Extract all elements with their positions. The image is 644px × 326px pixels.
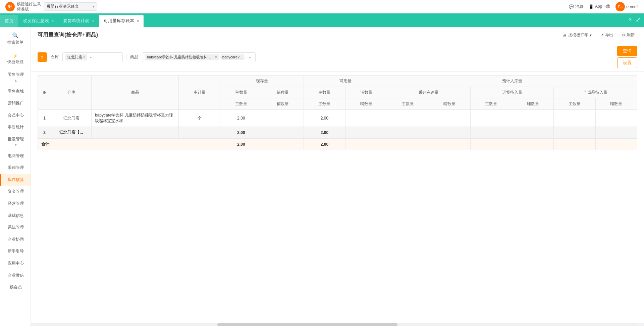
footer-label: 合计: [38, 138, 220, 150]
remove-product-tag-1[interactable]: ×: [215, 55, 217, 59]
tab-order-stats[interactable]: 要货单统计表 ×: [58, 15, 99, 27]
warehouse-label: 仓库: [50, 54, 59, 60]
avail-aux-sub: 辅数量: [345, 98, 387, 110]
top-bar-left: 好 畅捷通好生意 标准版 母婴行业演示账套 ▾: [5, 2, 97, 11]
sidebar-item-basic-info[interactable]: 基础信息: [0, 210, 31, 222]
sidebar-item-system[interactable]: 系统管理: [0, 222, 31, 234]
close-all-tabs-button[interactable]: ×: [628, 16, 632, 23]
footer-purchase-main: [387, 138, 429, 150]
query-button[interactable]: 查询: [617, 46, 637, 56]
print-icon: 🖨: [563, 33, 567, 38]
table-row: 2 江北门店【... 2.00 2.00: [38, 127, 637, 139]
tab-home[interactable]: 首页: [0, 15, 18, 27]
row-stock-main: 2.00: [220, 110, 262, 127]
avail-aux-header: 辅数量: [345, 87, 387, 98]
row-incoming-aux: [512, 110, 554, 127]
sidebar-item-retail-stats[interactable]: 零售统计: [0, 121, 31, 133]
settings-button[interactable]: 设置: [617, 57, 637, 68]
settings-icon: ⚙: [43, 90, 46, 95]
row-purchase-aux: [429, 127, 470, 139]
sidebar-item-retail-mgmt[interactable]: 零售管理 ▲: [0, 69, 31, 86]
logo-area: 好 畅捷通好生意 标准版: [5, 2, 41, 11]
footer-incoming-main: [470, 138, 512, 150]
row-avail-aux: [345, 110, 387, 127]
sidebar-item-membership[interactable]: 畅会员: [0, 281, 31, 293]
warehouse-tag: 江北门店 ×: [65, 54, 87, 60]
sidebar-item-new-guide[interactable]: 新手引导: [0, 245, 31, 258]
product-filter-input[interactable]: babycare学饮杯 儿童防摔防撞吸管杯重力球吸嘴杯宝宝水杯 × babyca…: [142, 52, 256, 62]
purchase-main-sub: 主数量: [387, 98, 429, 110]
row-production-aux: [595, 110, 637, 127]
filter-dots-icon[interactable]: ···: [89, 54, 95, 60]
chevron-icon: ▲: [14, 79, 17, 82]
available-group-header: 可用量: [304, 76, 387, 87]
search-icon: 🔍: [12, 32, 19, 39]
page-title-row: 可用量查询(按仓库+商品) 🖨 按模板打印 ▾ ↗ 导出 ↻ 刷新: [38, 31, 637, 39]
planned-group-header: 预计入库量: [387, 76, 637, 87]
export-button[interactable]: ↗ 导出: [598, 31, 616, 39]
scrollbar-thumb[interactable]: [217, 323, 397, 326]
chevron-down-icon: ▾: [93, 5, 94, 8]
sidebar-item-ecommerce[interactable]: 电商管理: [0, 150, 31, 162]
row-purchase-main: [387, 110, 429, 127]
footer-stock-aux: [262, 138, 304, 150]
logo-icon: 好: [5, 2, 15, 11]
message-button[interactable]: 💬 消息: [569, 4, 583, 9]
sidebar-item-purchase[interactable]: 采购管理: [0, 162, 31, 174]
stock-aux-header: 辅数量: [262, 87, 304, 98]
footer-production-main: [554, 138, 595, 150]
tab-available-stock[interactable]: 可用量库存账本 ×: [99, 15, 144, 27]
print-button[interactable]: 🖨 按模板打印 ▾: [560, 31, 594, 39]
sidebar-nav: 零售管理 ▲ 零售商城 营销推广 会员中心 零售统计 批发管理 ▼ 电商管理: [0, 67, 31, 295]
avatar: Ea: [615, 2, 625, 11]
search-menu-button[interactable]: 🔍 搜索菜单: [3, 30, 28, 47]
avail-main-sub: 主数量: [304, 98, 345, 110]
stock-aux-sub: 辅数量: [262, 98, 304, 110]
row-production-main: [554, 127, 595, 139]
sidebar-item-retail-mall[interactable]: 零售商城: [0, 86, 31, 98]
warehouse-filter-input[interactable]: 江北门店 × ···: [62, 52, 123, 62]
page-title: 可用量查询(按仓库+商品): [38, 32, 98, 39]
filter-dots-icon[interactable]: ···: [246, 54, 253, 60]
sidebar-item-wholesale-mgmt[interactable]: 批发管理 ▼: [0, 133, 31, 150]
sidebar-item-member-center[interactable]: 会员中心: [0, 109, 31, 122]
nav-tabs: 首页 收发存汇总表 × 要货单统计表 × 可用量库存账本 × × ⤢: [0, 13, 644, 27]
sidebar-item-inventory[interactable]: 库存核算: [0, 174, 31, 186]
sidebar-item-quick-nav[interactable]: ⚡ 快捷导航: [0, 51, 31, 67]
logo-text: 畅捷通好生意 标准版: [17, 2, 41, 11]
filter-expand-button[interactable]: »: [38, 52, 47, 62]
export-icon: ↗: [600, 33, 604, 38]
product-label: 商品: [130, 54, 139, 60]
sidebar-item-app-center[interactable]: 应用中心: [0, 258, 31, 270]
store-selector[interactable]: 母婴行业演示账套 ▾: [44, 2, 97, 11]
sidebar-item-operations[interactable]: 经营管理: [0, 198, 31, 210]
close-icon[interactable]: ×: [92, 19, 94, 23]
sidebar-item-marketing[interactable]: 营销推广: [0, 97, 31, 109]
incoming-aux-sub: 辅数量: [512, 98, 554, 110]
footer-avail-main: 2.00: [304, 138, 345, 150]
page-header: 可用量查询(按仓库+商品) 🖨 按模板打印 ▾ ↗ 导出 ↻ 刷新: [31, 27, 644, 43]
app-download-button[interactable]: 📱 App下载: [589, 4, 610, 9]
filter-actions: 查询 设置: [617, 46, 637, 68]
incoming-main-sub: 主数量: [470, 98, 512, 110]
close-icon[interactable]: ×: [137, 19, 139, 23]
tab-receive-summary[interactable]: 收发存汇总表 ×: [18, 15, 58, 27]
filter-divider: [126, 54, 126, 60]
user-menu[interactable]: Ea demo2: [615, 2, 639, 11]
data-table: ⚙ 仓库 商品 主计量 现存量 可用量 预计入库量 主数量 辅数量 主数量 辅数…: [38, 75, 637, 150]
refresh-button[interactable]: ↻ 刷新: [619, 31, 637, 39]
horizontal-scrollbar[interactable]: [38, 323, 637, 326]
remove-warehouse-tag[interactable]: ×: [83, 55, 85, 59]
row-incoming-main: [470, 110, 512, 127]
production-group-header: 产成品待入量: [554, 87, 637, 98]
row-product: babycare学饮杯 儿童防摔防撞吸管杯重力球吸嘴杯宝宝水杯: [92, 110, 179, 127]
expand-tabs-icon[interactable]: ⤢: [636, 16, 641, 24]
row-avail-main: 2.00: [304, 110, 345, 127]
sidebar-item-enterprise-collab[interactable]: 企业协同: [0, 234, 31, 246]
settings-col-header[interactable]: ⚙: [38, 76, 51, 110]
unit-col-header: 主计量: [179, 76, 220, 110]
sidebar-item-finance[interactable]: 资金管理: [0, 186, 31, 198]
close-icon[interactable]: ×: [52, 19, 54, 23]
row-product: [92, 127, 179, 139]
sidebar-item-enterprise-wechat[interactable]: 企业微信: [0, 270, 31, 282]
